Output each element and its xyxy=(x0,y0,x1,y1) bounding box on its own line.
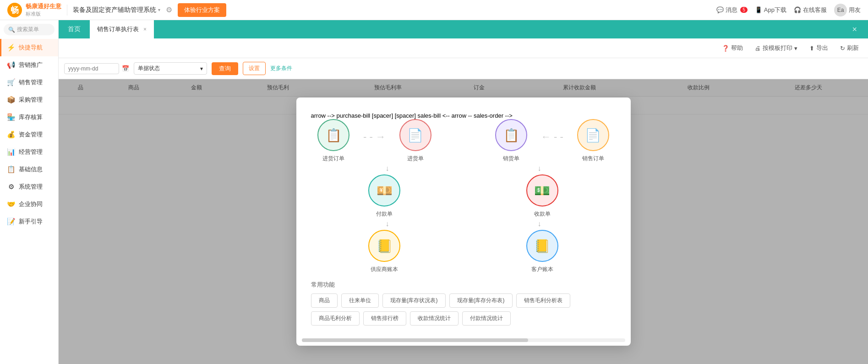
help-button[interactable]: ❓ 帮助 xyxy=(718,42,747,54)
cf-btn-现存量(库存状况表)[interactable]: 现存量(库存状况表) xyxy=(382,293,446,308)
online-service-item[interactable]: 🎧 在线客服 xyxy=(794,6,827,14)
tab-close-icon[interactable]: × xyxy=(143,26,147,33)
flow-node-customer-ledger[interactable]: 📒 客户账本 xyxy=(526,230,558,273)
supplier-ledger-icon: 📒 xyxy=(368,230,400,262)
flow-node-sales-order[interactable]: 📄 销售订单 xyxy=(577,119,609,163)
purchase-label: 采购管理 xyxy=(19,96,43,104)
collab-icon: 🤝 xyxy=(7,200,15,208)
tab-home[interactable]: 首页 xyxy=(59,20,90,38)
sidebar-item-system[interactable]: ⚙系统管理 xyxy=(0,178,58,196)
flow-node-purchase-bill[interactable]: 📄 进货单 xyxy=(399,119,431,163)
topbar-right: 💬 消息 5 📱 App下载 🎧 在线客服 Ea 用友 xyxy=(716,4,861,16)
window-close-button[interactable]: × xyxy=(846,25,863,34)
divider xyxy=(67,5,67,16)
arrow-sales-order-to-bill: ← - - xyxy=(541,131,563,143)
receipt-label: 收款单 xyxy=(534,210,551,218)
sidebar-search-area[interactable]: 🔍 搜索菜单 xyxy=(0,20,58,39)
basic-label: 基础信息 xyxy=(19,165,43,174)
supplier-ledger-label: 供应商账本 xyxy=(371,266,398,273)
cf-btn-付款情况统计[interactable]: 付款情况统计 xyxy=(462,311,511,326)
cf-btn-商品毛利分析[interactable]: 商品毛利分析 xyxy=(311,311,360,326)
export-button[interactable]: ⬆ 导出 xyxy=(806,42,832,54)
message-badge: 5 xyxy=(740,7,748,13)
calendar-icon[interactable]: 📅 xyxy=(122,65,129,72)
flow-node-sales-bill[interactable]: 📋 销货单 xyxy=(495,119,527,163)
cf-btn-商品[interactable]: 商品 xyxy=(311,293,338,308)
export-icon: ⬆ xyxy=(809,45,814,52)
operation-icon: 📊 xyxy=(7,148,15,156)
sidebar-item-inventory[interactable]: 🏪库存核算 xyxy=(0,109,58,126)
inventory-icon: 🏪 xyxy=(7,113,15,121)
scroll-thumb xyxy=(302,338,528,342)
finance-label: 资金管理 xyxy=(19,130,43,139)
inventory-label: 库存核算 xyxy=(19,113,43,121)
query-button[interactable]: 查询 xyxy=(212,62,238,75)
cf-btn-收款情况统计[interactable]: 收款情况统计 xyxy=(410,311,459,326)
date-filter: 📅 xyxy=(64,63,129,74)
arrow-purchase-order-to-bill: - - → xyxy=(363,131,386,143)
message-item[interactable]: 💬 消息 5 xyxy=(716,6,748,14)
more-conditions-link[interactable]: 更多条件 xyxy=(270,65,292,72)
set-button[interactable]: 设置 xyxy=(243,62,266,75)
sidebar-item-marketing[interactable]: 📢营销推广 xyxy=(0,56,58,74)
refresh-button[interactable]: ↻ 刷新 xyxy=(836,42,863,54)
sidebar-item-finance[interactable]: 💰资金管理 xyxy=(0,126,58,143)
service-icon: 🎧 xyxy=(794,6,801,13)
flow-node-payment[interactable]: 💴 付款单 xyxy=(368,174,400,218)
experience-button[interactable]: 体验行业方案 xyxy=(178,3,226,17)
flow-node-purchase-order[interactable]: 📋 进货订单 xyxy=(317,119,349,163)
content-toolbar: ❓ 帮助 🖨 按模板打印 ▾ ⬆ 导出 ↻ 刷新 xyxy=(59,38,868,58)
status-dropdown-icon: ▾ xyxy=(200,65,203,72)
date-input[interactable] xyxy=(64,63,119,74)
modal-scrollbar[interactable] xyxy=(302,338,625,342)
table-area: 品商品金额预估毛利预估毛利率订金累计收款金额收款比例还差多少天 暂无数据 xyxy=(59,79,868,364)
tab-bar-right: × xyxy=(846,25,868,34)
arrow-down-payment: ↓ xyxy=(386,220,389,228)
modal-box: arrow --> purchase-bill [spacer] [spacer… xyxy=(296,98,631,346)
sidebar-item-newbie[interactable]: 📝新手引导 xyxy=(0,213,58,230)
sidebar: 🔍 搜索菜单 ⚡快捷导航📢营销推广🛒销售管理📦采购管理🏪库存核算💰资金管理📊经营… xyxy=(0,20,59,364)
customer-ledger-icon: 📒 xyxy=(526,230,558,262)
sidebar-item-operation[interactable]: 📊经营管理 xyxy=(0,143,58,161)
print-dropdown-icon: ▾ xyxy=(794,45,797,52)
arrow-down-purchase: ↓ xyxy=(386,164,389,173)
payment-icon: 💴 xyxy=(368,174,400,206)
cf-btn-往来单位[interactable]: 往来单位 xyxy=(341,293,379,308)
tab-active[interactable]: 销售订单执行表 × xyxy=(90,20,154,38)
status-select[interactable]: 单据状态 ▾ xyxy=(134,62,207,75)
gear-button[interactable]: ⚙ xyxy=(166,5,172,14)
purchase-order-icon: 📋 xyxy=(317,119,349,151)
arrow-down-receipt: ↓ xyxy=(538,220,541,228)
sales-icon: 🛒 xyxy=(7,78,15,87)
sidebar-item-basic[interactable]: 📋基础信息 xyxy=(0,161,58,178)
modal-overlay[interactable]: arrow --> purchase-bill [spacer] [spacer… xyxy=(59,79,868,364)
cf-btn-销售排行榜[interactable]: 销售排行榜 xyxy=(363,311,406,326)
sales-order-icon: 📄 xyxy=(577,119,609,151)
flow-node-receipt[interactable]: 💵 收款单 xyxy=(526,174,558,218)
app-download-item[interactable]: 📱 App下载 xyxy=(755,6,786,14)
cf-btn-现存量(库存分布表)[interactable]: 现存量(库存分布表) xyxy=(449,293,513,308)
system-title: 装备及固定资产辅助管理系统 ▾ xyxy=(73,6,160,14)
arrow-down-sales: ↓ xyxy=(538,164,541,173)
sidebar-item-purchase[interactable]: 📦采购管理 xyxy=(0,91,58,109)
purchase-bill-label: 进货单 xyxy=(407,155,424,163)
status-filter: 单据状态 ▾ xyxy=(134,62,207,75)
template-print-button[interactable]: 🖨 按模板打印 ▾ xyxy=(751,42,801,54)
user-item[interactable]: Ea 用友 xyxy=(834,4,861,16)
cf-title: 常用功能 xyxy=(311,281,616,289)
app-icon: 📱 xyxy=(755,6,762,13)
sidebar-item-sales[interactable]: 🛒销售管理 xyxy=(0,74,58,91)
sidebar-item-quick-nav[interactable]: ⚡快捷导航 xyxy=(0,39,58,56)
common-functions: 常用功能 商品往来单位现存量(库存状况表)现存量(库存分布表)销售毛利分析表商品… xyxy=(311,281,616,326)
cf-btn-销售毛利分析表[interactable]: 销售毛利分析表 xyxy=(516,293,570,308)
print-icon: 🖨 xyxy=(755,45,761,52)
system-dropdown-icon[interactable]: ▾ xyxy=(158,7,160,12)
receipt-icon: 💵 xyxy=(526,174,558,206)
logo-icon: 畅 xyxy=(7,3,22,17)
marketing-label: 营销推广 xyxy=(19,61,43,69)
quick-nav-icon: ⚡ xyxy=(7,43,15,52)
sidebar-item-collab[interactable]: 🤝企业协同 xyxy=(0,196,58,213)
flow-node-supplier-ledger[interactable]: 📒 供应商账本 xyxy=(368,230,400,273)
user-avatar: Ea xyxy=(834,4,847,16)
sidebar-items: ⚡快捷导航📢营销推广🛒销售管理📦采购管理🏪库存核算💰资金管理📊经营管理📋基础信息… xyxy=(0,39,58,230)
